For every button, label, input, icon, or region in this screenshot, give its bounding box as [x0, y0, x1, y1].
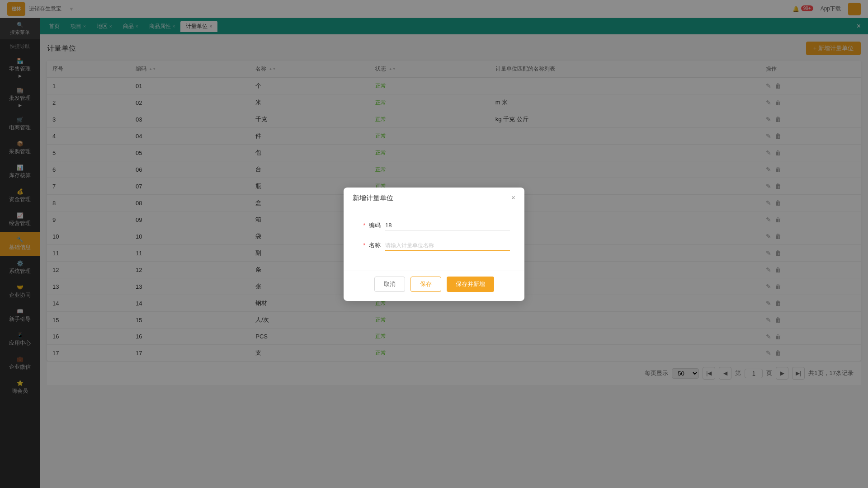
- required-star-name: *: [363, 242, 365, 249]
- form-name-label: * 名称: [358, 241, 385, 249]
- modal-footer: 取消 保存 保存并新增: [344, 271, 524, 301]
- modal-body: * 编码 * 名称: [344, 209, 524, 271]
- modal-overlay: 新增计量单位 × * 编码 * 名称 取消 保存 保存并新增: [0, 0, 868, 488]
- name-input[interactable]: [385, 240, 510, 251]
- cancel-button[interactable]: 取消: [374, 277, 405, 292]
- add-unit-modal: 新增计量单位 × * 编码 * 名称 取消 保存 保存并新增: [344, 188, 524, 301]
- save-and-new-button[interactable]: 保存并新增: [447, 277, 494, 292]
- save-button[interactable]: 保存: [410, 277, 441, 292]
- modal-title: 新增计量单位: [353, 194, 393, 202]
- code-input[interactable]: [385, 220, 510, 231]
- modal-header: 新增计量单位 ×: [344, 188, 524, 209]
- form-code-label: * 编码: [358, 221, 385, 230]
- form-row-name: * 名称: [358, 240, 510, 251]
- modal-close-button[interactable]: ×: [511, 194, 515, 202]
- required-star-code: *: [363, 222, 365, 229]
- form-row-code: * 编码: [358, 220, 510, 231]
